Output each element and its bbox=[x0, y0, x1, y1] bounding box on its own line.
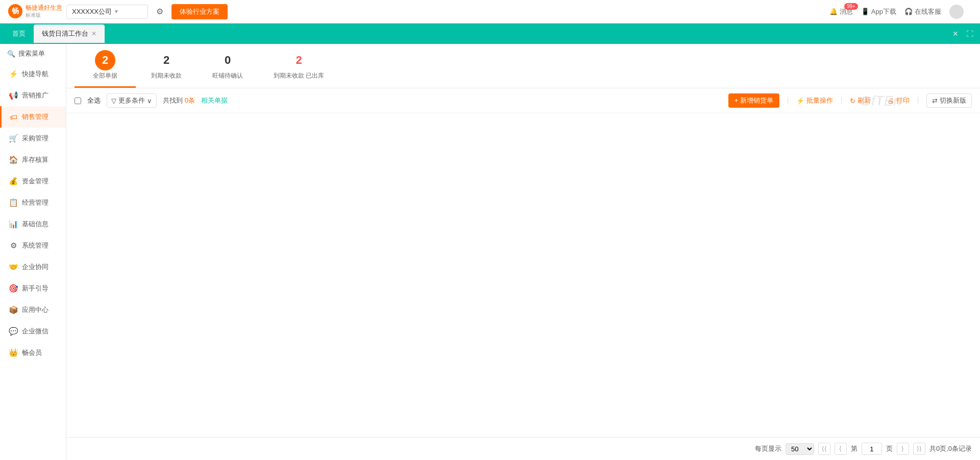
purchase-icon: 🛒 bbox=[9, 134, 18, 143]
guide-icon: 🎯 bbox=[9, 284, 18, 293]
stat-tab-all[interactable]: 2 全部单据 bbox=[75, 44, 136, 88]
stat-number-pending: 0 bbox=[217, 50, 238, 70]
purchase-label: 采购管理 bbox=[22, 134, 48, 143]
divider-1 bbox=[788, 97, 788, 104]
toolbar-left: 全选 ▽ 更多条件 ∨ 共找到 0条 相关单据 bbox=[75, 93, 228, 108]
sidebar-item-sales[interactable]: 🏷 销售管理 bbox=[0, 106, 66, 128]
sidebar-item-quick-nav[interactable]: ⚡ 快捷导航 bbox=[0, 63, 66, 85]
company-name: XXXXXX公司 bbox=[72, 7, 112, 16]
system-label: 系统管理 bbox=[22, 241, 48, 250]
stat-tab-overdue[interactable]: 2 到期未收款 bbox=[136, 44, 197, 88]
trial-button[interactable]: 体验行业方案 bbox=[172, 4, 228, 19]
print-button[interactable]: 🖨 打印 bbox=[888, 96, 910, 105]
tab-fullscreen-button[interactable]: ⛶ bbox=[964, 28, 976, 40]
refresh-button[interactable]: ↻ 刷新 bbox=[850, 96, 871, 105]
stat-number-overdue-unshipped: 2 bbox=[289, 50, 309, 70]
sidebar-item-wechat[interactable]: 💬 企业微信 bbox=[0, 321, 66, 342]
tab-close-icon[interactable]: ✕ bbox=[91, 30, 96, 37]
batch-action-button[interactable]: ⚡ 批量操作 bbox=[796, 96, 833, 105]
finance-icon: 💰 bbox=[9, 177, 18, 186]
phone-icon: 📱 bbox=[861, 8, 869, 15]
sidebar-item-member[interactable]: 👑 畅会员 bbox=[0, 342, 66, 364]
sidebar-item-marketing[interactable]: 📢 营销推广 bbox=[0, 85, 66, 106]
wechat-label: 企业微信 bbox=[22, 327, 48, 336]
sidebar-item-app-center[interactable]: 📦 应用中心 bbox=[0, 299, 66, 321]
divider-2 bbox=[841, 97, 842, 104]
basic-info-icon: 📊 bbox=[9, 220, 18, 229]
sidebar-item-system[interactable]: ⚙ 系统管理 bbox=[0, 235, 66, 256]
filter-icon: ▽ bbox=[111, 97, 116, 105]
stat-tab-pending[interactable]: 0 旺铺待确认 bbox=[197, 44, 258, 88]
tab-close-all-button[interactable]: ✕ bbox=[949, 28, 962, 40]
sidebar-item-basic-info[interactable]: 📊 基础信息 bbox=[0, 213, 66, 235]
page-total: 共0页,0条记录 bbox=[929, 444, 972, 453]
logo-text: 畅捷通好生意 标准版 bbox=[26, 4, 62, 18]
company-selector[interactable]: XXXXXX公司 ▼ bbox=[66, 5, 148, 19]
content-area: 2 全部单据 2 到期未收款 0 旺铺待确认 2 到期未收款 已出库 全选 bbox=[66, 44, 980, 460]
sidebar-item-inventory[interactable]: 🏠 库存核算 bbox=[0, 149, 66, 171]
sidebar-item-guide[interactable]: 🎯 新手引导 bbox=[0, 278, 66, 299]
logo-badge: 标准版 bbox=[26, 12, 62, 19]
app-download-label: App下载 bbox=[871, 7, 896, 16]
stat-label-pending: 旺铺待确认 bbox=[212, 71, 243, 80]
stats-tabs: 2 全部单据 2 到期未收款 0 旺铺待确认 2 到期未收款 已出库 bbox=[66, 44, 980, 88]
new-sales-order-button[interactable]: + 新增销货单 bbox=[728, 93, 779, 108]
page-number-input[interactable] bbox=[862, 443, 882, 455]
service-label: 在线客服 bbox=[915, 7, 941, 16]
sidebar-item-finance[interactable]: 💰 资金管理 bbox=[0, 171, 66, 192]
online-service-button[interactable]: 🎧 在线客服 bbox=[904, 7, 941, 16]
chevron-down-icon: ▼ bbox=[114, 9, 119, 14]
messages-button[interactable]: 🔔 消息 99+ bbox=[829, 7, 853, 16]
operation-icon: 📋 bbox=[9, 198, 18, 207]
batch-label: 批量操作 bbox=[806, 96, 833, 105]
refresh-icon: ↻ bbox=[850, 97, 855, 105]
found-text: 共找到 0条 bbox=[163, 96, 195, 105]
wechat-icon: 💬 bbox=[9, 327, 18, 336]
tab-home[interactable]: 首页 bbox=[4, 25, 34, 43]
header-right: 🔔 消息 99+ 📱 App下载 🎧 在线客服 bbox=[829, 5, 972, 19]
bell-icon: 🔔 bbox=[829, 8, 838, 15]
select-all-checkbox[interactable] bbox=[75, 98, 81, 104]
top-header: 畅 畅捷通好生意 标准版 XXXXXX公司 ▼ ⚙ 体验行业方案 🔔 消息 99… bbox=[0, 0, 980, 23]
pagination: 每页显示 50 100 200 ⟨⟨ ⟨ 第 页 ⟩ ⟩⟩ 共0页,0条记录 bbox=[66, 437, 980, 460]
sidebar: 🔍 搜索菜单 ⚡ 快捷导航 📢 营销推广 🏷 销售管理 🛒 采购管理 🏠 库存核… bbox=[0, 44, 66, 460]
toolbar-right: + 新增销货单 ⚡ 批量操作 ↻ 刷新 🖨 打印 ⇄ bbox=[728, 93, 972, 108]
toolbar: 全选 ▽ 更多条件 ∨ 共找到 0条 相关单据 + 新增销货单 ⚡ 批量操作 bbox=[66, 88, 980, 113]
sidebar-item-cooperation[interactable]: 🤝 企业协同 bbox=[0, 256, 66, 278]
stat-tab-overdue-unshipped[interactable]: 2 到期未收款 已出库 bbox=[258, 44, 339, 88]
messages-badge: 99+ bbox=[844, 3, 858, 10]
operation-label: 经营管理 bbox=[22, 198, 48, 207]
headset-icon: 🎧 bbox=[904, 8, 913, 15]
sidebar-item-purchase[interactable]: 🛒 采购管理 bbox=[0, 128, 66, 149]
sidebar-search[interactable]: 🔍 搜索菜单 bbox=[0, 44, 66, 63]
page-prev-button[interactable]: ⟨ bbox=[835, 443, 847, 455]
tab-work[interactable]: 钱货日清工作台 ✕ bbox=[34, 25, 105, 43]
basic-info-label: 基础信息 bbox=[22, 220, 48, 229]
header-left: 畅 畅捷通好生意 标准版 XXXXXX公司 ▼ ⚙ 体验行业方案 bbox=[8, 4, 228, 19]
per-page-select[interactable]: 50 100 200 bbox=[786, 443, 814, 455]
filter-button[interactable]: ▽ 更多条件 ∨ bbox=[107, 93, 157, 108]
search-icon: 🔍 bbox=[7, 50, 15, 58]
related-link[interactable]: 相关单据 bbox=[201, 96, 228, 105]
work-tab-label: 钱货日清工作台 bbox=[42, 29, 88, 38]
page-first-button[interactable]: ⟨⟨ bbox=[818, 443, 830, 455]
refresh-label: 刷新 bbox=[857, 96, 871, 105]
found-prefix: 共找到 bbox=[163, 96, 183, 104]
avatar[interactable] bbox=[949, 5, 964, 19]
stat-label-overdue-unshipped: 到期未收款 已出库 bbox=[274, 71, 324, 80]
app-download-button[interactable]: 📱 App下载 bbox=[861, 7, 896, 16]
switch-version-button[interactable]: ⇄ 切换新版 bbox=[926, 93, 972, 108]
per-page-label: 每页显示 bbox=[755, 444, 781, 453]
page-next-button[interactable]: ⟩ bbox=[897, 443, 909, 455]
quick-nav-label: 快捷导航 bbox=[22, 69, 48, 79]
stat-label-overdue: 到期未收款 bbox=[151, 71, 182, 80]
sidebar-item-operation[interactable]: 📋 经营管理 bbox=[0, 192, 66, 213]
page-last-button[interactable]: ⟩⟩ bbox=[913, 443, 925, 455]
marketing-icon: 📢 bbox=[9, 91, 18, 100]
inventory-icon: 🏠 bbox=[9, 155, 18, 164]
member-label: 畅会员 bbox=[22, 348, 42, 357]
settings-button[interactable]: ⚙ bbox=[152, 4, 167, 19]
print-label: 打印 bbox=[896, 96, 910, 105]
sales-label: 销售管理 bbox=[22, 112, 48, 122]
filter-label: 更多条件 bbox=[118, 96, 145, 105]
